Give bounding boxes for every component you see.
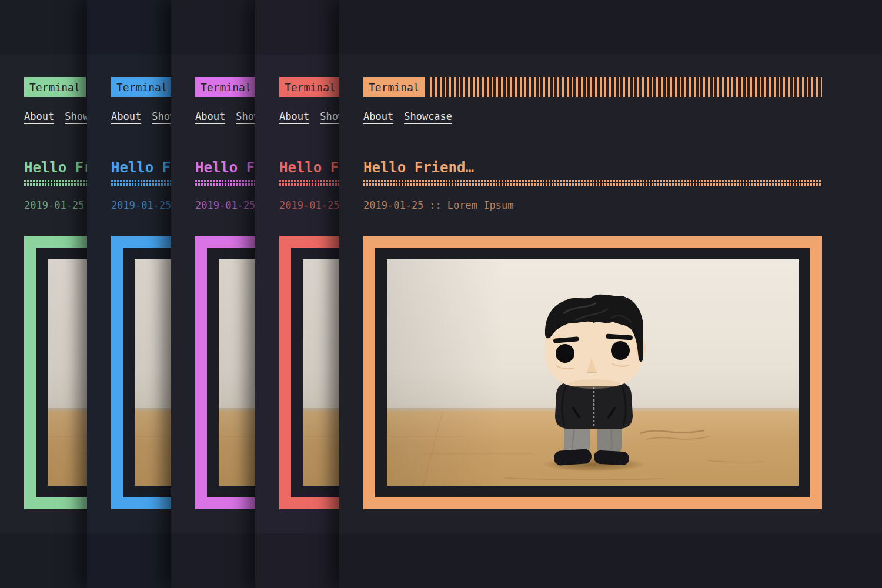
- nav-link-about[interactable]: About: [195, 111, 225, 122]
- post-meta: 2019-01-25 :: Lorem Ipsum: [363, 200, 822, 211]
- post-subtitle: Lorem Ipsum: [447, 200, 514, 211]
- post-title: Hello Friend…: [363, 160, 822, 175]
- nav-link-about[interactable]: About: [363, 111, 393, 122]
- site-logo[interactable]: Terminal: [279, 77, 341, 97]
- logo-stripes-decoration: [430, 77, 822, 97]
- site-logo[interactable]: Terminal: [363, 77, 425, 97]
- post-date: 2019-01-25: [111, 200, 171, 211]
- meta-separator: ::: [429, 200, 441, 211]
- nav-link-about[interactable]: About: [279, 111, 309, 122]
- site-header: Terminal: [363, 77, 822, 97]
- main-nav: About Showcase: [363, 111, 822, 122]
- post-date: 2019-01-25: [363, 200, 423, 211]
- nav-link-showcase[interactable]: Showcase: [404, 111, 452, 122]
- nav-link-about[interactable]: About: [24, 111, 54, 122]
- cover-photo: [387, 259, 799, 486]
- theme-panel-orange: Terminal About Showcase Hello Friend… 20…: [339, 0, 882, 588]
- nav-link-about[interactable]: About: [111, 111, 141, 122]
- title-dotted-divider: [363, 180, 822, 186]
- post-date: 2019-01-25: [279, 200, 339, 211]
- post-date: 2019-01-25: [195, 200, 255, 211]
- cover-photo-svg: [387, 259, 799, 486]
- site-logo[interactable]: Terminal: [24, 77, 86, 97]
- site-logo[interactable]: Terminal: [111, 77, 173, 97]
- post-cover-frame: [363, 236, 822, 509]
- panel-content: Terminal About Showcase Hello Friend… 20…: [363, 77, 822, 509]
- post-date: 2019-01-25: [24, 200, 84, 211]
- site-logo[interactable]: Terminal: [195, 77, 257, 97]
- theme-variants-composite: Terminal About Showcase Hello Friend… 20…: [0, 0, 882, 588]
